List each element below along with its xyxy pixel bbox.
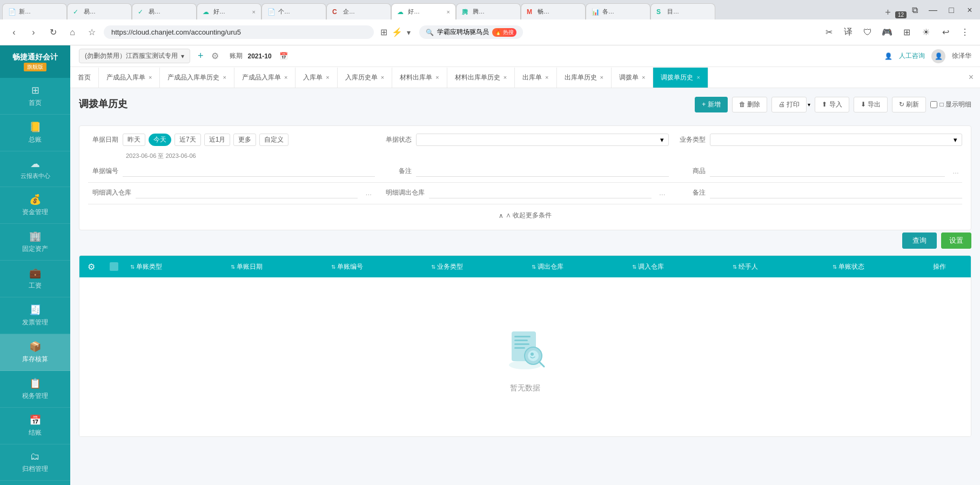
- import-button[interactable]: ⬆ 导入: [815, 97, 849, 112]
- company-selector[interactable]: (勿删勿禁用）江西服宝测试专用 ▾: [79, 49, 190, 63]
- sidebar-item-fixed-assets[interactable]: 🏢 固定资产: [0, 224, 70, 261]
- apps-tool[interactable]: ⊞: [898, 24, 915, 41]
- browser-tab-2[interactable]: ✓ 易…: [67, 3, 132, 19]
- page-tab-transfer[interactable]: 调拨单 ×: [612, 68, 653, 88]
- page-tab-material-outbound-close[interactable]: ×: [435, 74, 439, 81]
- forward-button[interactable]: ›: [26, 25, 41, 40]
- th-doc-number[interactable]: ⇅ 单账编号: [326, 262, 426, 271]
- sidebar-item-invoice[interactable]: 🧾 发票管理: [0, 297, 70, 334]
- page-tab-outbound-close[interactable]: ×: [545, 74, 548, 81]
- date-btn-yesterday[interactable]: 昨天: [123, 134, 145, 146]
- date-btn-custom[interactable]: 自定义: [259, 134, 288, 146]
- filter-remark-input[interactable]: [416, 165, 668, 177]
- page-tab-inbound-close[interactable]: ×: [326, 74, 329, 81]
- th-doc-date[interactable]: ⇅ 单账日期: [225, 262, 326, 271]
- sidebar-item-ledger[interactable]: 📒 总账: [0, 115, 70, 151]
- filter-goods-more[interactable]: …: [949, 167, 962, 176]
- th-transfer-in[interactable]: ⇅ 调入仓库: [627, 262, 727, 271]
- browser-tab-6[interactable]: C 企…: [326, 3, 391, 19]
- filter-to-warehouse-more[interactable]: …: [656, 188, 669, 198]
- restore-button[interactable]: ⧉: [907, 2, 923, 18]
- display-checkbox[interactable]: [930, 101, 937, 108]
- th-business-type[interactable]: ⇅ 业务类型: [426, 262, 526, 271]
- page-tab-inbound-history-close[interactable]: ×: [381, 74, 384, 81]
- settings-button[interactable]: 设置: [941, 232, 971, 249]
- browser-tab-9[interactable]: M 畅…: [521, 3, 586, 19]
- date-btn-1month[interactable]: 近1月: [204, 134, 231, 146]
- date-btn-7days[interactable]: 近7天: [174, 134, 201, 146]
- add-button[interactable]: + 新增: [695, 97, 727, 112]
- browser-tab-8[interactable]: 腾 腾…: [456, 3, 521, 19]
- filter-from-warehouse-more[interactable]: …: [362, 188, 375, 198]
- page-tab-nav-close[interactable]: ×: [962, 67, 980, 88]
- th-settings-icon[interactable]: ⚙: [79, 262, 103, 272]
- query-button[interactable]: 查询: [902, 232, 937, 249]
- page-tab-product-inbound2-close[interactable]: ×: [284, 74, 287, 81]
- page-tab-transfer-close[interactable]: ×: [642, 74, 645, 81]
- browser-tab-3[interactable]: ✓ 易…: [132, 3, 197, 19]
- browser-tab-10[interactable]: 📊 各…: [586, 3, 650, 19]
- tab-close-4[interactable]: ×: [252, 9, 256, 15]
- page-tab-material-outbound-history-close[interactable]: ×: [504, 74, 507, 81]
- page-tab-transfer-history[interactable]: 调拨单历史 ×: [653, 68, 708, 88]
- sidebar-item-close-account[interactable]: 📅 结账: [0, 408, 70, 444]
- filter-business-type-select[interactable]: ▾: [710, 134, 962, 146]
- tab-close-7[interactable]: ×: [447, 9, 450, 15]
- browser-tab-5[interactable]: 📄 个…: [261, 3, 326, 19]
- page-tab-material-outbound[interactable]: 材料出库单 ×: [392, 68, 447, 88]
- sidebar-item-archive[interactable]: 🗂 归档管理: [0, 444, 70, 481]
- sidebar-item-cloud-report[interactable]: ☁ 云报表中心: [0, 151, 70, 187]
- game-tool[interactable]: 🎮: [878, 24, 896, 41]
- address-input[interactable]: [104, 25, 374, 39]
- th-doc-status[interactable]: ⇅ 单账状态: [827, 262, 928, 271]
- display-toggle[interactable]: □ 显示明细: [930, 100, 971, 109]
- page-tab-outbound-history[interactable]: 出库单历史 ×: [557, 68, 612, 88]
- print-button[interactable]: 🖨 打印: [771, 97, 807, 112]
- close-window-button[interactable]: ×: [962, 2, 978, 18]
- sidebar-item-capital[interactable]: 💰 资金管理: [0, 187, 70, 224]
- th-transfer-out[interactable]: ⇅ 调出仓库: [526, 262, 627, 271]
- theme-tool[interactable]: ☀: [917, 24, 935, 41]
- filter-goods-input[interactable]: [710, 165, 945, 177]
- page-tab-material-outbound-history[interactable]: 材料出库单历史 ×: [447, 68, 515, 88]
- page-tab-product-inbound2[interactable]: 产成品入库单 ×: [234, 68, 296, 88]
- browser-tab-11[interactable]: S 目…: [650, 3, 715, 19]
- filter-status-select[interactable]: ▾: [416, 134, 668, 146]
- browser-tab-4[interactable]: ☁ 好… ×: [197, 3, 261, 19]
- calendar-icon[interactable]: 📅: [279, 52, 288, 60]
- sidebar-item-tax[interactable]: 📋 税务管理: [0, 371, 70, 408]
- date-btn-more[interactable]: 更多: [233, 134, 256, 146]
- page-tab-transfer-history-close[interactable]: ×: [696, 74, 700, 81]
- sidebar-item-payroll[interactable]: 💼 工资: [0, 261, 70, 297]
- delete-button[interactable]: 🗑 删除: [732, 97, 767, 112]
- shield-tool[interactable]: 🛡: [859, 24, 876, 41]
- translate-tool[interactable]: 译: [840, 24, 857, 41]
- sidebar-item-basic-settings[interactable]: ⚙ 基础设置: [0, 481, 70, 485]
- th-handler[interactable]: ⇅ 经手人: [727, 262, 828, 271]
- th-doc-type[interactable]: ⇅ 单账类型: [125, 262, 225, 271]
- page-tab-product-inbound-history[interactable]: 产成品入库单历史 ×: [160, 68, 234, 88]
- maximize-button[interactable]: □: [943, 2, 959, 18]
- page-tab-inbound-history[interactable]: 入库历史单 ×: [338, 68, 392, 88]
- refresh-button[interactable]: ↻ 刷新: [892, 97, 926, 112]
- filter-from-warehouse-input[interactable]: [136, 187, 358, 198]
- sidebar-item-home[interactable]: ⊞ 首页: [0, 78, 70, 115]
- settings-icon-top[interactable]: ⚙: [211, 51, 219, 61]
- page-tab-product-inbound-close[interactable]: ×: [149, 74, 152, 81]
- home-nav-button[interactable]: ⌂: [65, 25, 80, 40]
- undo-tool[interactable]: ↩: [937, 24, 954, 41]
- export-button[interactable]: ⬇ 导出: [854, 97, 888, 112]
- print-dropdown-icon[interactable]: ▾: [808, 102, 810, 108]
- page-tab-product-inbound-history-close[interactable]: ×: [223, 74, 226, 81]
- add-company-button[interactable]: +: [196, 50, 206, 62]
- browser-tab-7[interactable]: ☁ 好… ×: [391, 3, 456, 19]
- search-area[interactable]: 🔍 学霸应聘场驱鸟员 🔥 热搜: [419, 25, 523, 39]
- filter-remarks2-input[interactable]: [710, 187, 962, 198]
- refresh-nav-button[interactable]: ↻: [45, 25, 61, 40]
- page-tab-inbound[interactable]: 入库单 ×: [296, 68, 337, 88]
- more-tool[interactable]: ⋮: [956, 24, 974, 41]
- browser-tab-1[interactable]: 📄 新…: [2, 3, 67, 19]
- scissors-tool[interactable]: ✂: [820, 24, 837, 41]
- filter-to-warehouse-input[interactable]: [429, 187, 651, 198]
- new-tab-button[interactable]: +: [881, 7, 895, 18]
